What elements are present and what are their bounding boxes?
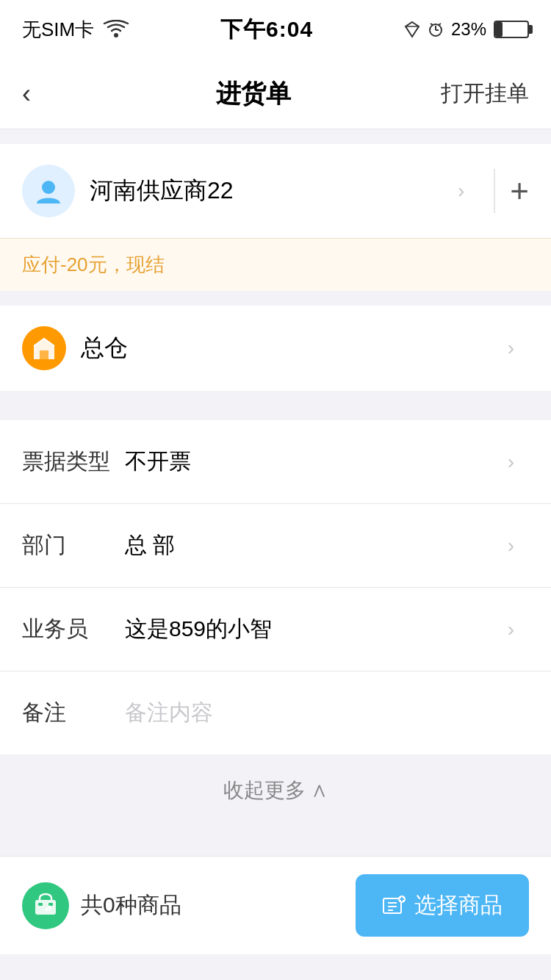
alarm-icon xyxy=(428,21,444,38)
battery-icon xyxy=(494,21,529,38)
section-gap-4 xyxy=(0,826,551,841)
collapse-label: 收起更多 ∧ xyxy=(223,777,328,804)
add-supplier-button[interactable]: + xyxy=(510,173,529,209)
avatar-icon xyxy=(33,176,64,206)
nav-bar: ‹ 进货单 打开挂单 xyxy=(0,59,551,129)
supplier-avatar xyxy=(22,165,75,217)
product-count-text: 共0种商品 xyxy=(81,890,181,920)
invoice-label: 票据类型 xyxy=(22,447,125,477)
dept-label: 部门 xyxy=(22,530,125,561)
svg-rect-7 xyxy=(38,903,43,906)
invoice-value: 不开票 xyxy=(125,447,508,477)
cart-icon xyxy=(32,893,59,919)
warehouse-name: 总仓 xyxy=(81,332,508,364)
supplier-section: 河南供应商22 › + 应付-20元，现结 xyxy=(0,144,551,291)
page-title: 进货单 xyxy=(216,77,291,111)
salesperson-label: 业务员 xyxy=(22,614,125,644)
page-background xyxy=(0,954,551,980)
status-right: 23% xyxy=(404,19,529,40)
select-product-label: 选择商品 xyxy=(414,890,503,920)
svg-rect-8 xyxy=(48,903,53,906)
remark-label: 备注 xyxy=(22,698,125,728)
salesperson-value: 这是859的小智 xyxy=(125,614,508,644)
bottom-bar: 共0种商品 选择商品 xyxy=(0,856,551,954)
dept-chevron-icon: › xyxy=(508,534,514,558)
dept-row[interactable]: 部门 总 部 › xyxy=(0,504,551,588)
collapse-row[interactable]: 收起更多 ∧ xyxy=(0,754,551,826)
status-bar: 无SIM卡 下午6:04 23% xyxy=(0,0,551,59)
select-product-button[interactable]: 选择商品 xyxy=(356,874,529,937)
status-time: 下午6:04 xyxy=(220,15,313,45)
remark-input[interactable]: 备注内容 xyxy=(125,698,529,728)
notice-text: 应付-20元，现结 xyxy=(22,253,165,275)
status-left: 无SIM卡 xyxy=(22,17,129,43)
warehouse-row[interactable]: 总仓 › xyxy=(0,306,551,391)
warehouse-section: 总仓 › xyxy=(0,306,551,391)
battery-percent: 23% xyxy=(451,19,486,40)
svg-rect-5 xyxy=(40,350,48,359)
salesperson-row[interactable]: 业务员 这是859的小智 › xyxy=(0,588,551,671)
wifi-icon xyxy=(103,20,129,39)
dept-value: 总 部 xyxy=(125,530,508,561)
notice-banner: 应付-20元，现结 xyxy=(0,238,551,291)
svg-point-4 xyxy=(42,181,55,194)
back-button[interactable]: ‹ xyxy=(22,79,66,109)
section-gap-3 xyxy=(0,391,551,406)
form-section: 票据类型 不开票 › 部门 总 部 › 业务员 这是859的小智 › 备注 备注… xyxy=(0,420,551,754)
product-count-wrap: 共0种商品 xyxy=(22,882,181,929)
carrier-label: 无SIM卡 xyxy=(22,17,94,43)
warehouse-chevron-icon: › xyxy=(508,336,514,360)
select-product-icon xyxy=(382,894,406,918)
supplier-name: 河南供应商22 xyxy=(90,175,458,207)
open-pending-button[interactable]: 打开挂单 xyxy=(441,79,529,109)
supplier-chevron-icon: › xyxy=(458,179,464,203)
invoice-type-row[interactable]: 票据类型 不开票 › xyxy=(0,420,551,504)
location-icon xyxy=(404,21,420,38)
svg-rect-6 xyxy=(35,900,56,915)
warehouse-icon xyxy=(22,326,66,370)
salesperson-chevron-icon: › xyxy=(508,618,514,641)
section-gap-1 xyxy=(0,129,551,144)
product-icon xyxy=(22,882,69,929)
invoice-chevron-icon: › xyxy=(508,450,514,474)
divider xyxy=(494,169,495,213)
supplier-row[interactable]: 河南供应商22 › + xyxy=(0,144,551,238)
section-gap-2 xyxy=(0,291,551,306)
svg-point-0 xyxy=(114,33,118,37)
remark-row[interactable]: 备注 备注内容 xyxy=(0,671,551,754)
